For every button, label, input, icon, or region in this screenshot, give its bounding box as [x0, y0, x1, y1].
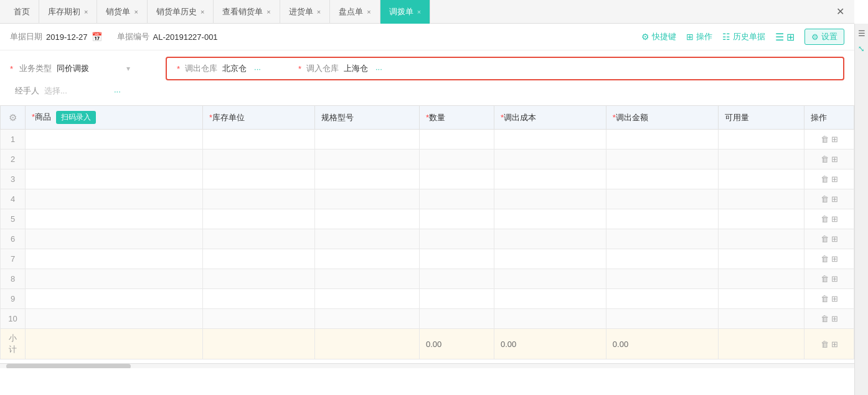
cell-product-1[interactable]	[26, 130, 203, 150]
cell-product-10[interactable]	[26, 309, 203, 329]
cell-qty-6[interactable]	[420, 229, 494, 249]
cell-product-4[interactable]	[26, 189, 203, 209]
cell-available-2[interactable]	[718, 150, 804, 169]
cell-available-6[interactable]	[718, 229, 804, 249]
cell-unit-9[interactable]	[202, 289, 314, 309]
cell-qty-11[interactable]: 0.00	[420, 329, 494, 359]
cell-available-7[interactable]	[718, 249, 804, 269]
handler-placeholder[interactable]: 选择...	[44, 85, 106, 97]
copy-row-icon-6[interactable]: ⊞	[831, 234, 838, 244]
delete-row-icon-2[interactable]: 🗑	[821, 155, 829, 164]
cell-cost-4[interactable]	[494, 189, 606, 209]
tab-close-6[interactable]: ×	[367, 8, 370, 16]
cell-unit-11[interactable]	[202, 329, 314, 359]
horizontal-scrollbar[interactable]	[0, 363, 854, 368]
cell-spec-8[interactable]	[314, 269, 419, 289]
cell-spec-5[interactable]	[314, 209, 419, 229]
cell-spec-11[interactable]	[314, 329, 419, 359]
cell-unit-8[interactable]	[202, 269, 314, 289]
in-warehouse-more-icon[interactable]: ···	[375, 64, 382, 74]
tab-close-4[interactable]: ×	[267, 8, 270, 16]
cell-spec-10[interactable]	[314, 309, 419, 329]
out-warehouse-more-icon[interactable]: ···	[254, 64, 261, 74]
sidebar-expand-icon[interactable]: ⤢	[857, 45, 866, 52]
cell-spec-1[interactable]	[314, 130, 419, 150]
cell-spec-9[interactable]	[314, 289, 419, 309]
copy-row-icon-2[interactable]: ⊞	[831, 155, 838, 164]
tab-item-4[interactable]: 查看销货单×	[214, 0, 280, 24]
cell-cost-2[interactable]	[494, 150, 606, 169]
cell-qty-10[interactable]	[420, 309, 494, 329]
delete-row-icon-10[interactable]: 🗑	[821, 314, 829, 323]
delete-row-icon-9[interactable]: 🗑	[821, 294, 829, 303]
cell-cost-8[interactable]	[494, 269, 606, 289]
cell-qty-4[interactable]	[420, 189, 494, 209]
delete-row-icon-5[interactable]: 🗑	[821, 214, 829, 224]
cell-unit-2[interactable]	[202, 150, 314, 169]
settings-button[interactable]: ⚙ 设置	[804, 29, 844, 45]
cell-amount-9[interactable]	[606, 289, 718, 309]
cell-product-2[interactable]	[26, 150, 203, 169]
cell-amount-3[interactable]	[606, 169, 718, 189]
delete-row-icon-7[interactable]: 🗑	[821, 254, 829, 264]
cell-cost-6[interactable]	[494, 229, 606, 249]
copy-row-icon-7[interactable]: ⊞	[831, 254, 838, 264]
cell-available-11[interactable]	[718, 329, 804, 359]
operation-button[interactable]: ⊞ 操作	[686, 31, 712, 42]
cell-spec-7[interactable]	[314, 249, 419, 269]
handler-more-icon[interactable]: ···	[114, 87, 121, 96]
cell-amount-4[interactable]	[606, 189, 718, 209]
cell-unit-10[interactable]	[202, 309, 314, 329]
cell-amount-1[interactable]	[606, 130, 718, 150]
cell-amount-7[interactable]	[606, 249, 718, 269]
history-button[interactable]: ☷ 历史单据	[722, 31, 765, 42]
cell-spec-4[interactable]	[314, 189, 419, 209]
cell-unit-3[interactable]	[202, 169, 314, 189]
copy-row-icon-1[interactable]: ⊞	[831, 135, 838, 144]
cell-available-5[interactable]	[718, 209, 804, 229]
delete-row-icon-4[interactable]: 🗑	[821, 194, 829, 204]
table-scroll-area[interactable]: ⚙ *商品 扫码录入 *库存单位 规格型号 *数量 *调出成本 *调出金额 可用…	[0, 105, 854, 363]
cell-spec-6[interactable]	[314, 229, 419, 249]
tab-item-6[interactable]: 盘点单×	[330, 0, 380, 24]
close-all-tabs-button[interactable]: ✕	[836, 6, 844, 17]
cell-spec-3[interactable]	[314, 169, 419, 189]
cell-cost-7[interactable]	[494, 249, 606, 269]
cell-unit-6[interactable]	[202, 229, 314, 249]
tab-item-3[interactable]: 销货单历史×	[148, 0, 214, 24]
cell-amount-5[interactable]	[606, 209, 718, 229]
cell-product-9[interactable]	[26, 289, 203, 309]
cell-qty-3[interactable]	[420, 169, 494, 189]
tab-close-1[interactable]: ×	[84, 8, 88, 16]
copy-row-icon-11[interactable]: ⊞	[831, 340, 838, 349]
cell-cost-3[interactable]	[494, 169, 606, 189]
cell-amount-11[interactable]: 0.00	[606, 329, 718, 359]
copy-row-icon-8[interactable]: ⊞	[831, 274, 838, 283]
cell-amount-2[interactable]	[606, 150, 718, 169]
cell-qty-5[interactable]	[420, 209, 494, 229]
cell-product-8[interactable]	[26, 269, 203, 289]
delete-row-icon-3[interactable]: 🗑	[821, 174, 829, 184]
cell-amount-8[interactable]	[606, 269, 718, 289]
cell-available-10[interactable]	[718, 309, 804, 329]
scan-input-button[interactable]: 扫码录入	[56, 111, 96, 124]
cell-spec-2[interactable]	[314, 150, 419, 169]
cell-product-11[interactable]	[26, 329, 203, 359]
cell-available-9[interactable]	[718, 289, 804, 309]
cell-cost-9[interactable]	[494, 289, 606, 309]
cell-qty-1[interactable]	[420, 130, 494, 150]
cell-qty-9[interactable]	[420, 289, 494, 309]
cell-qty-2[interactable]	[420, 150, 494, 169]
tab-item-7[interactable]: 调拨单×	[380, 0, 430, 24]
tab-close-3[interactable]: ×	[200, 8, 204, 16]
tab-item-0[interactable]: 首页	[5, 0, 39, 24]
cell-unit-7[interactable]	[202, 249, 314, 269]
cell-product-5[interactable]	[26, 209, 203, 229]
calendar-icon[interactable]: 📅	[92, 32, 102, 42]
delete-row-icon-6[interactable]: 🗑	[821, 234, 829, 244]
tab-close-2[interactable]: ×	[134, 8, 138, 16]
delete-row-icon-1[interactable]: 🗑	[821, 135, 829, 144]
copy-row-icon-3[interactable]: ⊞	[831, 174, 838, 184]
cell-available-1[interactable]	[718, 130, 804, 150]
copy-row-icon-5[interactable]: ⊞	[831, 214, 838, 224]
